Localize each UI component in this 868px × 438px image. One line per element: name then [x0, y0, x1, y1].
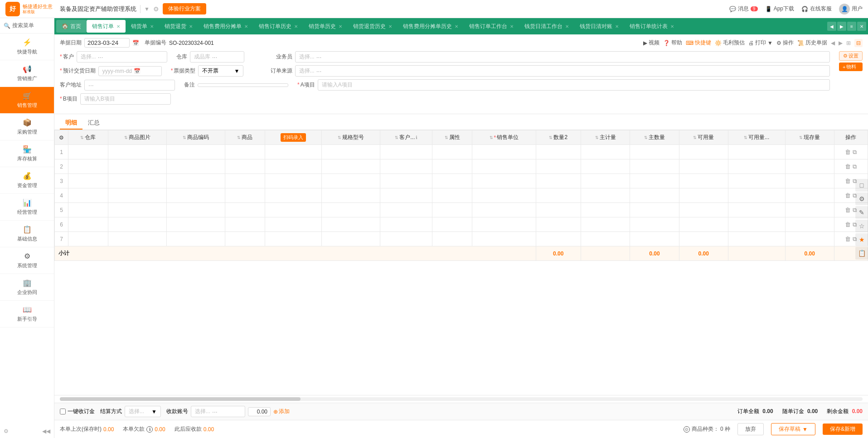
search-menu-btn[interactable]: 🔍 搜索菜单 — [0, 18, 54, 34]
close-tab-sales-return[interactable]: ✕ — [189, 24, 193, 29]
tab-order-stats[interactable]: 销售订单统计表 ✕ — [624, 20, 679, 33]
close-tab-goods-history[interactable]: ✕ — [339, 24, 342, 29]
row-spec[interactable] — [322, 188, 380, 203]
delivery-date-input[interactable]: yyyy-mm-dd 📅 — [98, 66, 162, 76]
customer-input[interactable]: 选择... ··· — [77, 51, 167, 63]
row-spec[interactable] — [322, 174, 380, 188]
row-qty2[interactable] — [536, 174, 581, 188]
tab-sales-fee[interactable]: 销售费用分摊单 ✕ — [198, 20, 253, 33]
row-customer-code[interactable] — [380, 232, 432, 246]
history-btn[interactable]: 📜 历史单据 — [797, 39, 827, 47]
scan-btn[interactable]: 扫码录入 — [281, 133, 306, 142]
delete-row-icon[interactable]: 🗑 — [845, 163, 851, 170]
row-main-qty[interactable] — [630, 188, 679, 203]
row-code[interactable] — [166, 217, 225, 232]
close-tab-daily-workbench[interactable]: ✕ — [565, 24, 569, 29]
row-customer-code[interactable] — [380, 145, 432, 159]
customer-address-input[interactable]: ··· — [84, 80, 175, 91]
row-warehouse[interactable] — [68, 232, 108, 246]
order-source-expand-icon[interactable]: ··· — [316, 67, 322, 75]
view-btn[interactable]: ▶ 视频 — [643, 39, 659, 47]
scroll-track[interactable] — [60, 397, 863, 401]
row-main-qty[interactable] — [630, 145, 679, 159]
info-icon[interactable]: ℹ — [416, 135, 417, 140]
collapse-sidebar-icon[interactable]: ◀◀ — [42, 428, 50, 434]
sidebar-item-system[interactable]: ⚙ 系统管理 — [0, 247, 54, 274]
close-tab-order-stats[interactable]: ✕ — [670, 24, 674, 29]
row-attribute[interactable] — [432, 203, 472, 217]
row-spec[interactable] — [322, 232, 380, 246]
invoice-type-select[interactable]: 不开票 ▼ — [198, 65, 243, 77]
row-warehouse[interactable] — [68, 217, 108, 232]
account-expand-icon[interactable]: ··· — [212, 408, 218, 415]
b-project-input[interactable]: 请输入B项目 — [80, 93, 171, 105]
tab-summary[interactable]: 汇总 — [82, 117, 105, 130]
calendar-icon[interactable]: 📅 — [132, 40, 139, 46]
row-sales-unit[interactable] — [472, 217, 536, 232]
row-customer-code[interactable] — [380, 159, 432, 174]
tab-next-btn[interactable]: ▶ — [837, 22, 846, 31]
row-main-unit[interactable] — [581, 188, 630, 203]
row-spec[interactable] — [322, 203, 380, 217]
nav-prev-icon[interactable]: ◀ — [831, 40, 835, 46]
sidebar-item-marketing[interactable]: 📢 营销推广 — [0, 60, 54, 87]
row-customer-code[interactable] — [380, 188, 432, 203]
row-qty2[interactable] — [536, 217, 581, 232]
row-warehouse[interactable] — [68, 174, 108, 188]
app-download-btn[interactable]: 📱 App下载 — [765, 5, 794, 13]
sidebar-item-purchase[interactable]: 📦 采购管理 — [0, 114, 54, 140]
tab-order-history[interactable]: 销售订单历史 ✕ — [253, 20, 303, 33]
row-main-unit[interactable] — [581, 203, 630, 217]
tab-sales-order[interactable]: 销售订单 ✕ — [87, 20, 126, 33]
sidebar-item-guide[interactable]: 📖 新手引导 — [0, 301, 54, 327]
row-warehouse[interactable] — [68, 188, 108, 203]
row-product[interactable] — [225, 203, 265, 217]
order-date-input[interactable] — [84, 38, 130, 48]
table-view-icon[interactable]: ⊟ — [854, 39, 863, 47]
tab-daily-workbench[interactable]: 钱货日清工作台 ✕ — [519, 20, 574, 33]
float-btn-5[interactable]: ★ — [855, 233, 868, 246]
row-main-unit[interactable] — [581, 159, 630, 174]
industry-btn[interactable]: 体验行业方案 — [163, 3, 206, 14]
row-attribute[interactable] — [432, 159, 472, 174]
row-qty2[interactable] — [536, 188, 581, 203]
tab-daily-reconcile[interactable]: 钱货日清对账 ✕ — [574, 20, 624, 33]
add-deposit-btn[interactable]: ⊕ 添加 — [273, 408, 290, 415]
row-customer-code[interactable] — [380, 174, 432, 188]
row-spec[interactable] — [322, 159, 380, 174]
nav-next-icon[interactable]: ▶ — [839, 40, 843, 46]
close-tab-fee-history[interactable]: ✕ — [455, 24, 458, 29]
tab-detail[interactable]: 明细 — [60, 117, 82, 130]
account-input[interactable]: 选择... ··· — [191, 406, 245, 417]
row-main-unit[interactable] — [581, 174, 630, 188]
row-customer-code[interactable] — [380, 217, 432, 232]
copy-row-icon[interactable]: ⧉ — [853, 149, 857, 156]
row-customer-code[interactable] — [380, 203, 432, 217]
help-btn[interactable]: ❓ 帮助 — [663, 39, 682, 47]
row-sales-unit[interactable] — [472, 203, 536, 217]
add-material-btn[interactable]: + 物料 — [839, 63, 863, 71]
salesperson-input[interactable]: 选择... ··· — [295, 51, 830, 63]
gear-settings-btn[interactable]: ⚙ 设置 — [839, 51, 863, 61]
row-code[interactable] — [166, 174, 225, 188]
copy-row-icon[interactable]: ⧉ — [853, 163, 857, 170]
row-product[interactable] — [225, 217, 265, 232]
sidebar-item-basic-info[interactable]: 📋 基础信息 — [0, 221, 54, 247]
row-attribute[interactable] — [432, 217, 472, 232]
close-tab-sales-fee[interactable]: ✕ — [244, 24, 248, 29]
row-product[interactable] — [225, 188, 265, 203]
row-qty2[interactable] — [536, 159, 581, 174]
row-qty2[interactable] — [536, 203, 581, 217]
row-spec[interactable] — [322, 217, 380, 232]
user-btn[interactable]: 👤 用户 — [839, 4, 863, 14]
row-main-qty[interactable] — [630, 203, 679, 217]
tab-prev-btn[interactable]: ◀ — [827, 22, 836, 31]
row-qty2[interactable] — [536, 232, 581, 246]
tab-goods-history[interactable]: 销货单历史 ✕ — [303, 20, 348, 33]
order-source-input[interactable]: 选择... ··· — [295, 65, 830, 77]
sidebar-item-finance[interactable]: 💰 资金管理 — [0, 167, 54, 194]
save-draft-btn[interactable]: 保存草稿 ▼ — [771, 423, 815, 435]
close-tab-order-history[interactable]: ✕ — [294, 24, 298, 29]
row-attribute[interactable] — [432, 174, 472, 188]
delete-row-icon[interactable]: 🗑 — [845, 221, 851, 228]
